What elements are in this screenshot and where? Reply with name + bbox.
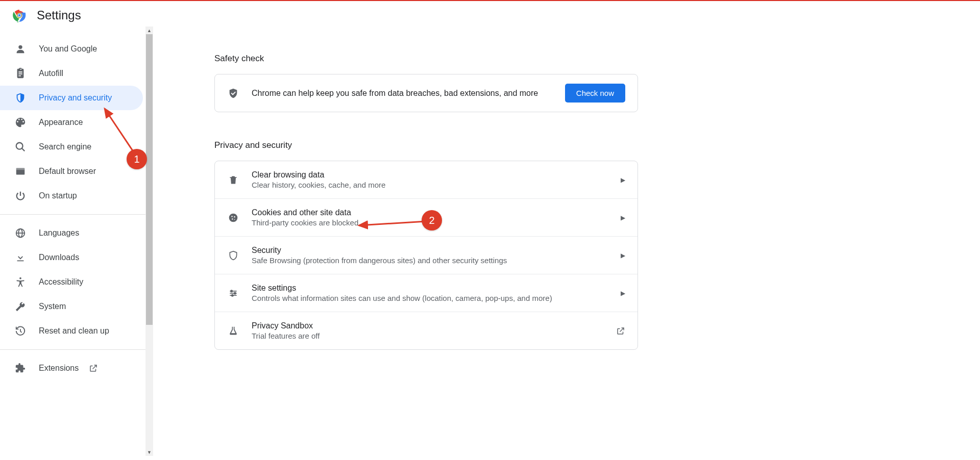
svg-line-28 bbox=[105, 109, 134, 153]
svg-line-6 bbox=[22, 148, 25, 151]
header: Settings bbox=[0, 0, 980, 27]
svg-line-29 bbox=[359, 221, 426, 225]
svg-point-12 bbox=[19, 277, 21, 279]
svg-point-27 bbox=[232, 294, 233, 296]
row-title: Security bbox=[252, 246, 621, 255]
history-icon bbox=[14, 325, 27, 337]
scrollbar-thumb[interactable] bbox=[146, 34, 153, 325]
svg-point-26 bbox=[234, 292, 236, 294]
chevron-right-icon: ▶ bbox=[621, 290, 625, 297]
globe-icon bbox=[14, 227, 27, 239]
row-security[interactable]: Security Safe Browsing (protection from … bbox=[215, 236, 638, 274]
trash-icon bbox=[227, 174, 239, 186]
shield-check-icon bbox=[227, 87, 239, 99]
palette-icon bbox=[14, 116, 27, 129]
shield-icon bbox=[14, 92, 27, 104]
svg-rect-8 bbox=[16, 168, 25, 170]
row-subtitle: Safe Browsing (protection from dangerous… bbox=[252, 256, 621, 265]
sliders-icon bbox=[227, 287, 239, 299]
chevron-right-icon: ▶ bbox=[621, 214, 625, 221]
sidebar-item-label: Downloads bbox=[39, 253, 79, 262]
svg-point-3 bbox=[18, 14, 21, 17]
svg-point-17 bbox=[229, 213, 238, 222]
puzzle-icon bbox=[14, 362, 27, 374]
row-title: Privacy Sandbox bbox=[252, 321, 616, 330]
sidebar-item-accessibility[interactable]: Accessibility bbox=[0, 270, 143, 294]
clipboard-icon bbox=[14, 67, 27, 80]
scrollbar[interactable]: ▲ ▼ bbox=[145, 27, 153, 456]
download-icon bbox=[14, 251, 27, 264]
chevron-right-icon: ▶ bbox=[621, 252, 625, 259]
sidebar-item-system[interactable]: System bbox=[0, 294, 143, 319]
external-link-icon bbox=[89, 364, 98, 373]
sidebar-item-label: Privacy and security bbox=[39, 93, 112, 103]
safety-check-row: Chrome can help keep you safe from data … bbox=[215, 74, 638, 112]
sidebar-item-label: Appearance bbox=[39, 118, 83, 127]
sidebar-item-label: System bbox=[39, 302, 66, 311]
nav-divider bbox=[0, 349, 153, 350]
row-site-settings[interactable]: Site settings Controls what information … bbox=[215, 274, 638, 312]
check-now-button[interactable]: Check now bbox=[565, 84, 625, 103]
annotation-marker-2: 2 bbox=[422, 210, 442, 231]
sidebar-item-default-browser[interactable]: Default browser bbox=[0, 159, 143, 184]
sidebar-item-on-startup[interactable]: On startup bbox=[0, 184, 143, 208]
flask-icon bbox=[227, 325, 239, 337]
sidebar-item-languages[interactable]: Languages bbox=[0, 221, 143, 245]
svg-point-5 bbox=[16, 143, 23, 149]
row-clear-browsing-data[interactable]: Clear browsing data Clear history, cooki… bbox=[215, 161, 638, 198]
scroll-up-icon[interactable]: ▲ bbox=[145, 27, 153, 34]
wrench-icon bbox=[14, 300, 27, 313]
sidebar-item-extensions[interactable]: Extensions bbox=[0, 356, 143, 380]
svg-point-21 bbox=[234, 219, 235, 220]
sidebar-item-reset[interactable]: Reset and clean up bbox=[0, 319, 143, 343]
sidebar-item-label: Reset and clean up bbox=[39, 326, 109, 336]
content-area: Safety check Chrome can help keep you sa… bbox=[153, 27, 980, 456]
svg-line-14 bbox=[20, 331, 22, 333]
browser-icon bbox=[14, 165, 27, 177]
section-heading: Privacy and security bbox=[214, 140, 638, 150]
sidebar: ▲ ▼ You and Google Autofill Privacy and … bbox=[0, 27, 153, 456]
svg-point-20 bbox=[232, 218, 233, 220]
svg-point-4 bbox=[18, 45, 22, 49]
annotation-arrow-2 bbox=[355, 214, 431, 229]
sidebar-item-label: Search engine bbox=[39, 142, 91, 151]
sidebar-item-label: On startup bbox=[39, 191, 77, 200]
row-title: Site settings bbox=[252, 284, 621, 293]
person-icon bbox=[14, 43, 27, 55]
section-heading: Safety check bbox=[214, 54, 638, 64]
svg-point-25 bbox=[231, 290, 232, 292]
svg-point-19 bbox=[234, 216, 235, 218]
row-subtitle: Trial features are off bbox=[252, 331, 616, 340]
chrome-logo-icon bbox=[12, 8, 27, 22]
sidebar-item-label: Default browser bbox=[39, 167, 96, 176]
search-icon bbox=[14, 141, 27, 153]
nav-divider bbox=[0, 214, 153, 215]
svg-point-18 bbox=[231, 216, 233, 217]
external-link-icon bbox=[616, 326, 625, 336]
sidebar-item-label: Accessibility bbox=[39, 277, 83, 287]
sidebar-item-label: Languages bbox=[39, 228, 79, 238]
row-privacy-sandbox[interactable]: Privacy Sandbox Trial features are off bbox=[215, 312, 638, 349]
chevron-right-icon: ▶ bbox=[621, 176, 625, 184]
sidebar-item-downloads[interactable]: Downloads bbox=[0, 245, 143, 270]
sidebar-item-you-and-google[interactable]: You and Google bbox=[0, 37, 143, 61]
scroll-down-icon[interactable]: ▼ bbox=[145, 448, 153, 456]
power-icon bbox=[14, 190, 27, 202]
shield-outline-icon bbox=[227, 249, 239, 262]
safety-check-section: Safety check Chrome can help keep you sa… bbox=[214, 54, 638, 112]
sidebar-item-label: Extensions bbox=[39, 364, 79, 373]
sidebar-item-label: Autofill bbox=[39, 69, 63, 78]
sidebar-item-label: You and Google bbox=[39, 44, 97, 54]
row-subtitle: Clear history, cookies, cache, and more bbox=[252, 181, 621, 189]
page-title: Settings bbox=[37, 8, 81, 22]
annotation-marker-1: 1 bbox=[127, 149, 147, 169]
row-subtitle: Controls what information sites can use … bbox=[252, 294, 621, 302]
sidebar-item-autofill[interactable]: Autofill bbox=[0, 61, 143, 86]
cookie-icon bbox=[227, 212, 239, 224]
row-title: Clear browsing data bbox=[252, 170, 621, 180]
accessibility-icon bbox=[14, 276, 27, 288]
privacy-section: Privacy and security Clear browsing data… bbox=[214, 140, 638, 350]
safety-check-text: Chrome can help keep you safe from data … bbox=[252, 89, 565, 98]
